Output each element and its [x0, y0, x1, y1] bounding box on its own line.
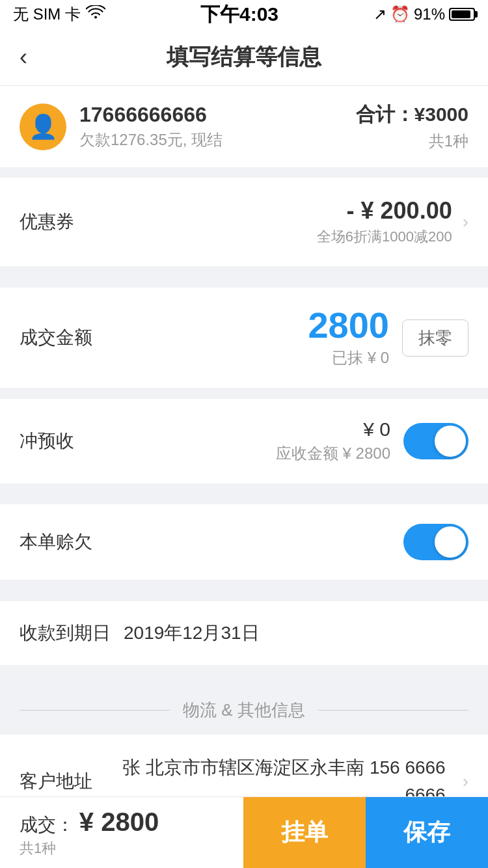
total-amount: 合计：¥3000 [356, 102, 468, 128]
debt-toggle[interactable] [403, 524, 468, 560]
battery-percent: 91% [414, 5, 445, 23]
coupon-section: 优惠券 - ¥ 200.00 全场6折满1000减200 › [0, 178, 488, 267]
gray-divider-4 [0, 675, 488, 686]
deal-amount-row: 成交金额 2800 已抹 ¥ 0 抹零 [0, 288, 488, 388]
bottom-summary-count: 共1种 [20, 839, 224, 858]
bottom-summary-line1: 成交： ¥ 2800 [20, 807, 224, 837]
due-date-row: 收款到期日 2019年12月31日 [0, 601, 488, 665]
battery-icon [449, 8, 475, 21]
logistics-label: 物流 & 其他信息 [170, 699, 318, 722]
prepayment-row: 冲预收 ¥ 0 应收金额 ¥ 2800 [0, 399, 488, 483]
save-button[interactable]: 保存 [366, 797, 488, 869]
bottom-bar: 成交： ¥ 2800 共1种 挂单 保存 [0, 796, 488, 868]
address-label: 客户地址 [20, 769, 111, 794]
bottom-summary: 成交： ¥ 2800 共1种 [0, 807, 243, 858]
due-date-section: 收款到期日 2019年12月31日 [0, 601, 488, 665]
coupon-value-col: - ¥ 200.00 全场6折满1000减200 [111, 197, 452, 247]
coupon-label: 优惠券 [20, 210, 111, 234]
prepayment-section: 冲预收 ¥ 0 应收金额 ¥ 2800 [0, 399, 488, 483]
coupon-desc: 全场6折满1000减200 [317, 227, 452, 247]
prepayment-label: 冲预收 [20, 429, 111, 454]
coupon-row[interactable]: 优惠券 - ¥ 200.00 全场6折满1000减200 › [0, 178, 488, 267]
hang-button[interactable]: 挂单 [243, 797, 366, 869]
prepayment-sub: 应收金额 ¥ 2800 [276, 443, 390, 464]
gray-divider-2 [0, 494, 488, 504]
logistics-divider: 物流 & 其他信息 [0, 686, 488, 735]
toggle-thumb [435, 426, 466, 457]
sim-status: 无 SIM 卡 [13, 4, 81, 25]
main-content: 👤 17666666666 欠款1276.35元, 现结 合计：¥3000 共1… [0, 86, 488, 868]
chevron-right-icon: › [463, 211, 468, 232]
coupon-discount: - ¥ 200.00 [347, 197, 452, 224]
prepayment-value-col: ¥ 0 应收金额 ¥ 2800 [111, 418, 390, 464]
debt-row: 本单赊欠 [0, 504, 488, 580]
deal-amount-sub: 已抹 ¥ 0 [332, 347, 389, 368]
bottom-summary-label: 成交： [20, 815, 74, 835]
alarm-icon: ⏰ [390, 5, 410, 23]
status-bar: 无 SIM 卡 下午4:03 ↗ ⏰ 91% [0, 0, 488, 29]
customer-sub: 欠款1276.35元, 现结 [79, 129, 356, 150]
total-count: 共1种 [356, 131, 468, 152]
debt-toggle-thumb [435, 526, 466, 558]
deal-amount-value-col: 2800 已抹 ¥ 0 [111, 307, 389, 368]
customer-phone: 17666666666 [79, 103, 356, 127]
deal-amount-value: 2800 [308, 307, 389, 344]
customer-section: 👤 17666666666 欠款1276.35元, 现结 合计：¥3000 共1… [0, 86, 488, 167]
prepayment-toggle[interactable] [403, 423, 468, 459]
customer-total: 合计：¥3000 共1种 [356, 102, 468, 152]
status-time: 下午4:03 [200, 1, 278, 28]
prepayment-amount: ¥ 0 [363, 418, 390, 441]
customer-row: 👤 17666666666 欠款1276.35元, 现结 合计：¥3000 共1… [0, 86, 488, 167]
back-button[interactable]: ‹ [20, 44, 59, 71]
avatar-icon: 👤 [29, 113, 58, 141]
status-right: ↗ ⏰ 91% [373, 5, 475, 23]
address-chevron-icon: › [463, 771, 468, 792]
nav-bar: ‹ 填写结算等信息 [0, 29, 488, 86]
deal-amount-section: 成交金额 2800 已抹 ¥ 0 抹零 [0, 288, 488, 388]
divider-line-right [318, 710, 468, 711]
wifi-icon [86, 5, 105, 23]
gray-divider-1 [0, 277, 488, 288]
due-date-label: 收款到期日 [20, 621, 111, 645]
location-icon: ↗ [373, 5, 386, 23]
due-date-value: 2019年12月31日 [124, 621, 260, 645]
round-button[interactable]: 抹零 [402, 319, 468, 357]
deal-amount-label: 成交金额 [20, 325, 111, 350]
page-title: 填写结算等信息 [59, 42, 429, 72]
divider-line-left [20, 710, 170, 711]
avatar: 👤 [20, 103, 66, 150]
customer-info: 17666666666 欠款1276.35元, 现结 [79, 103, 356, 150]
status-left: 无 SIM 卡 [13, 4, 105, 25]
bottom-summary-amount: ¥ 2800 [79, 807, 159, 836]
gray-divider-3 [0, 591, 488, 601]
debt-section: 本单赊欠 [0, 504, 488, 580]
debt-label: 本单赊欠 [20, 530, 390, 554]
